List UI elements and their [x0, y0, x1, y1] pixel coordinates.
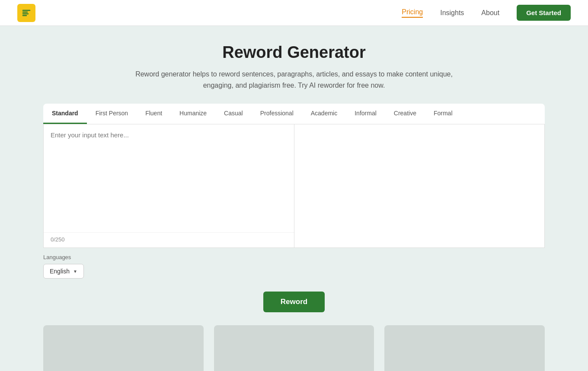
char-count: 0/250	[44, 232, 294, 246]
get-started-button[interactable]: Get Started	[517, 5, 571, 21]
tab-formal[interactable]: Formal	[425, 104, 461, 124]
language-selected: English	[50, 268, 70, 275]
cards-section	[43, 321, 545, 371]
main-content: Reword Generator Reword generator helps …	[35, 26, 553, 371]
tab-academic[interactable]: Academic	[302, 104, 346, 124]
languages-label: Languages	[43, 254, 545, 260]
tab-creative[interactable]: Creative	[385, 104, 425, 124]
languages-section: Languages English ▼	[43, 248, 545, 283]
page-subtitle: Reword generator helps to reword sentenc…	[43, 69, 545, 91]
logo[interactable]	[17, 4, 35, 22]
input-pane: 0/250	[44, 124, 294, 247]
chevron-down-icon: ▼	[73, 269, 77, 274]
nav-links: Pricing Insights About Get Started	[402, 5, 571, 21]
tab-humanize[interactable]: Humanize	[171, 104, 215, 124]
card-3	[384, 325, 545, 371]
nav-about[interactable]: About	[481, 9, 499, 17]
nav-insights[interactable]: Insights	[440, 9, 464, 17]
logo-icon	[17, 4, 35, 22]
reword-button[interactable]: Reword	[263, 292, 325, 312]
tab-fluent[interactable]: Fluent	[137, 104, 171, 124]
tabs-container: Standard First Person Fluent Humanize Ca…	[43, 104, 545, 124]
page-title: Reword Generator	[43, 43, 545, 62]
output-pane	[294, 124, 545, 247]
card-1	[43, 325, 204, 371]
tab-standard[interactable]: Standard	[43, 104, 87, 124]
reword-btn-container: Reword	[43, 283, 545, 321]
tab-professional[interactable]: Professional	[252, 104, 302, 124]
editor-section: 0/250	[43, 124, 545, 248]
tab-first-person[interactable]: First Person	[87, 104, 137, 124]
tab-casual[interactable]: Casual	[215, 104, 252, 124]
input-textarea[interactable]	[44, 124, 294, 232]
navbar: Pricing Insights About Get Started	[0, 0, 588, 26]
card-2	[214, 325, 374, 371]
language-dropdown[interactable]: English ▼	[43, 264, 84, 279]
nav-pricing[interactable]: Pricing	[402, 8, 423, 18]
tab-informal[interactable]: Informal	[346, 104, 385, 124]
